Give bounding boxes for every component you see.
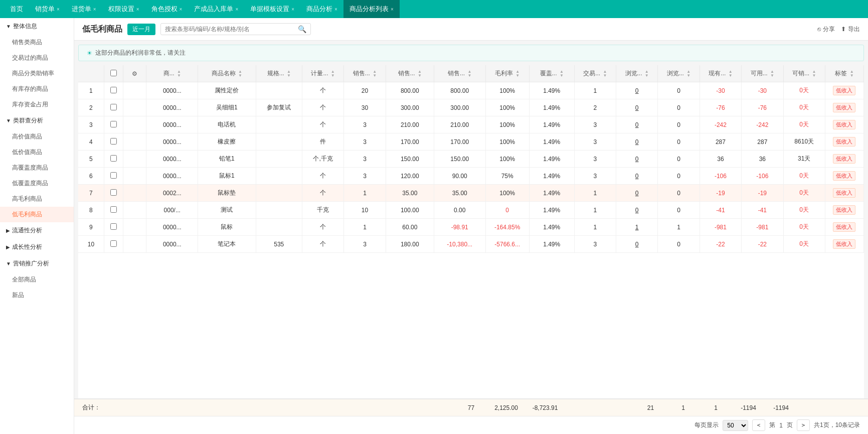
sidebar-group-title-growth[interactable]: ▶ 成长性分析 (0, 239, 74, 255)
data-table-container[interactable]: ⚙ 商... ▲▼ 商品名称 ▲▼ 规格... ▲▼ 计量... ▲▼ 销售..… (78, 65, 864, 398)
cell-check[interactable] (104, 133, 123, 151)
nav-role-auth[interactable]: 角色授权 × (145, 0, 189, 18)
row-checkbox[interactable] (110, 172, 117, 179)
row-checkbox[interactable] (110, 189, 117, 196)
col-header-sale-amt[interactable]: 销售... ▲▼ (434, 65, 485, 82)
sidebar-item-new-goods[interactable]: 新品 (0, 287, 74, 303)
nav-analysis-list[interactable]: 商品分析列表 × (343, 0, 400, 18)
nav-home[interactable]: 首页 (4, 0, 29, 18)
cell-cover: 1.49% (529, 116, 574, 133)
cell-view1[interactable]: 0 (616, 82, 657, 99)
nav-sales-order[interactable]: 销货单 × (29, 0, 66, 18)
sidebar-item-low-value[interactable]: 低价值商品 (0, 144, 74, 160)
close-permission[interactable]: × (136, 7, 139, 12)
col-header-cover[interactable]: 覆盖... ▲▼ (529, 65, 574, 82)
cell-view1[interactable]: 0 (616, 99, 657, 116)
cell-check[interactable] (104, 99, 123, 116)
sidebar-item-all-goods[interactable]: 全部商品 (0, 272, 74, 287)
col-header-stock[interactable]: 现有... ▲▼ (700, 65, 741, 82)
cell-view1[interactable]: 0 (616, 168, 657, 185)
cell-gross-rate: 100% (485, 133, 529, 151)
sidebar-item-in-stock[interactable]: 有库存的商品 (0, 81, 74, 97)
row-checkbox[interactable] (110, 206, 117, 213)
cell-view1[interactable]: 0 (616, 133, 657, 151)
row-checkbox[interactable] (110, 104, 117, 110)
cell-cover: 1.49% (529, 133, 574, 151)
cell-check[interactable] (104, 151, 123, 168)
close-sales-order[interactable]: × (57, 7, 60, 12)
search-input[interactable] (165, 26, 298, 33)
col-header-sale-price[interactable]: 销售... ▲▼ (386, 65, 434, 82)
cell-settings (123, 202, 146, 219)
nav-template-settings[interactable]: 单据模板设置 × (244, 0, 300, 18)
cell-check[interactable] (104, 82, 123, 99)
sidebar-group-title-liquidity[interactable]: ▶ 流通性分析 (0, 222, 74, 239)
cell-check[interactable] (104, 219, 123, 236)
cell-view1[interactable]: 1 (616, 219, 657, 236)
cell-check[interactable] (104, 185, 123, 202)
close-product-analysis[interactable]: × (334, 7, 337, 12)
cell-check[interactable] (104, 168, 123, 185)
col-header-avail[interactable]: 可用... ▲▼ (742, 65, 783, 82)
sidebar-item-low-margin[interactable]: 低毛利商品 (0, 207, 74, 222)
cell-check[interactable] (104, 236, 123, 253)
close-role-auth[interactable]: × (180, 7, 183, 12)
col-header-name[interactable]: 商品名称 ▲▼ (198, 65, 256, 82)
nav-purchase-order[interactable]: 进货单 × (66, 0, 102, 18)
cell-view1[interactable]: 0 (616, 202, 657, 219)
cell-check[interactable] (104, 202, 123, 219)
sidebar-item-high-value[interactable]: 高价值商品 (0, 129, 74, 144)
prev-page-button[interactable]: ＜ (752, 419, 765, 431)
table-row: 8 000/... 测试 千克 10 100.00 0.00 0 1.49% 1… (78, 202, 864, 219)
close-analysis-list[interactable]: × (391, 7, 394, 12)
per-page-select[interactable]: 50 20 100 (723, 420, 748, 431)
col-header-unit[interactable]: 计量... ▲▼ (302, 65, 343, 82)
sidebar-group-title-overview[interactable]: ▼ 整体信息 (0, 18, 74, 35)
cell-trade: 3 (574, 116, 616, 133)
row-checkbox[interactable] (110, 121, 117, 127)
cell-view1[interactable]: 0 (616, 151, 657, 168)
col-header-spec[interactable]: 规格... ▲▼ (256, 65, 302, 82)
export-button[interactable]: ⬆ 导出 (841, 25, 860, 34)
sidebar-item-high-coverage[interactable]: 高覆盖度商品 (0, 160, 74, 176)
row-checkbox[interactable] (110, 240, 117, 247)
cell-view1[interactable]: 0 (616, 236, 657, 253)
close-product-entry[interactable]: × (235, 7, 238, 12)
sidebar-group-title-segment[interactable]: ▼ 类群查分析 (0, 112, 74, 129)
sidebar-item-high-margin[interactable]: 高毛利商品 (0, 191, 74, 207)
close-purchase-order[interactable]: × (93, 7, 96, 12)
nav-permission[interactable]: 权限设置 × (102, 0, 145, 18)
sidebar-group-title-marketing[interactable]: ▼ 营销推广分析 (0, 255, 74, 272)
sidebar-item-sales-goods[interactable]: 销售类商品 (0, 35, 74, 50)
col-header-view1[interactable]: 浏览... ▲▼ (616, 65, 657, 82)
col-header-tag[interactable]: 标签 ▲▼ (825, 65, 863, 82)
cell-view1[interactable]: 0 (616, 185, 657, 202)
col-header-view2[interactable]: 浏览... ▲▼ (658, 65, 700, 82)
search-icon[interactable]: 🔍 (298, 25, 306, 33)
cell-view1[interactable]: 0 (616, 116, 657, 133)
table-row: 1 0000... 属性定价 个 20 800.00 800.00 100% 1… (78, 82, 864, 99)
next-page-button[interactable]: ＞ (797, 419, 810, 431)
col-header-trade[interactable]: 交易... ▲▼ (574, 65, 616, 82)
row-checkbox[interactable] (110, 223, 117, 230)
sidebar-item-capital[interactable]: 库存资金占用 (0, 97, 74, 112)
row-checkbox[interactable] (110, 155, 117, 162)
col-header-check[interactable] (104, 65, 123, 82)
nav-product-entry[interactable]: 产成品入库单 × (188, 0, 244, 18)
close-template-settings[interactable]: × (291, 7, 294, 12)
share-button[interactable]: ⎋ 分享 (817, 25, 835, 34)
row-checkbox[interactable] (110, 138, 117, 144)
period-button[interactable]: 近一月 (127, 24, 155, 35)
col-header-sale-qty[interactable]: 销售... ▲▼ (344, 65, 386, 82)
sidebar-item-category-rate[interactable]: 商品分类助销率 (0, 66, 74, 81)
row-checkbox[interactable] (110, 87, 117, 93)
nav-product-analysis[interactable]: 商品分析 × (300, 0, 343, 18)
col-header-settings[interactable]: ⚙ (123, 65, 146, 82)
select-all-checkbox[interactable] (110, 70, 117, 76)
cell-check[interactable] (104, 116, 123, 133)
col-header-code[interactable]: 商... ▲▼ (146, 65, 198, 82)
col-header-gross[interactable]: 毛利率 ▲▼ (485, 65, 529, 82)
col-header-salable[interactable]: 可销... ▲▼ (783, 65, 825, 82)
sidebar-item-traded-goods[interactable]: 交易过的商品 (0, 50, 74, 66)
sidebar-item-low-coverage[interactable]: 低覆盖度商品 (0, 176, 74, 191)
